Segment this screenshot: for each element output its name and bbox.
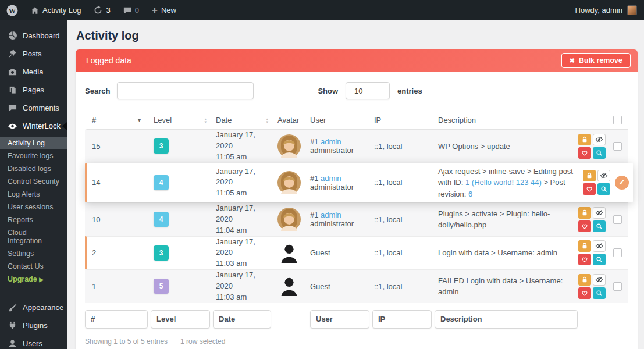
comments-link[interactable]: 0	[117, 0, 145, 20]
lock-button[interactable]	[578, 207, 591, 219]
time-line: 11:05 am	[216, 188, 273, 199]
favourite-button[interactable]	[583, 183, 596, 195]
description-link[interactable]: 6	[468, 190, 472, 198]
sidebar-item-favourite-logs[interactable]: Favourite logs	[0, 149, 67, 162]
table-row[interactable]: 15January 17, 202011:03 amGuest::1, loca…	[85, 269, 628, 303]
row-level: 3	[149, 245, 211, 261]
user-link[interactable]: admin	[321, 137, 341, 146]
filter-level-input[interactable]	[151, 310, 210, 329]
column-header-user[interactable]: User	[305, 116, 369, 124]
user-link[interactable]: admin	[321, 174, 341, 183]
updates-icon	[94, 6, 102, 15]
sidebar-item-dashboard[interactable]: Dashboard	[0, 26, 67, 45]
description-link[interactable]: (Hello world! 123 44)	[472, 178, 542, 187]
sidebar-item-winterlock[interactable]: WinterLock	[0, 117, 67, 135]
filter-user-input[interactable]	[310, 310, 369, 329]
eye-disabled-icon	[595, 242, 603, 250]
column-header-level[interactable]: Level ▴▾	[149, 116, 211, 124]
sidebar-item-settings[interactable]: Settings	[0, 247, 67, 260]
filter-ip-input[interactable]	[372, 310, 432, 329]
favourite-button[interactable]	[578, 220, 591, 232]
row-checkbox[interactable]	[613, 215, 622, 224]
sidebar-item-upgrade[interactable]: Upgrade ▶	[0, 273, 67, 286]
disable-log-button[interactable]	[593, 274, 606, 286]
disable-log-button[interactable]	[593, 207, 606, 219]
lock-button[interactable]	[583, 170, 596, 181]
column-header-description[interactable]: Description	[433, 116, 576, 124]
row-level: 4	[149, 175, 211, 190]
sidebar-item-users[interactable]: Users	[0, 334, 67, 349]
view-details-button[interactable]	[597, 183, 610, 195]
column-header-date[interactable]: Date ▴▾	[211, 116, 273, 124]
table-row[interactable]: 144January 17, 202011:05 am#1 adminadmin…	[85, 163, 633, 203]
guest-avatar-icon	[278, 275, 300, 297]
wordpress-logo-icon: W	[6, 5, 18, 16]
sidebar-item-contact-us[interactable]: Contact Us	[0, 260, 67, 273]
table-row[interactable]: 153January 17, 202011:05 am#1 adminadmin…	[85, 130, 628, 163]
howdy-admin-link[interactable]: Howdy, admin	[575, 6, 622, 15]
site-name-link[interactable]: Activity Log	[24, 0, 87, 20]
search-icon	[600, 186, 607, 193]
search-input[interactable]	[117, 82, 254, 99]
lock-button[interactable]	[578, 274, 591, 286]
pin-icon	[8, 49, 17, 58]
sidebar-item-pages[interactable]: Pages	[0, 81, 67, 99]
view-details-button[interactable]	[593, 220, 606, 232]
sidebar-item-reports[interactable]: Reports	[0, 213, 67, 226]
row-user: Guest	[305, 282, 369, 291]
updates-link[interactable]: 3	[87, 0, 116, 20]
favourite-button[interactable]	[578, 254, 591, 265]
lock-button[interactable]	[578, 134, 591, 145]
sidebar-item-control-security[interactable]: Control Security	[0, 175, 67, 188]
brush-icon	[8, 303, 17, 312]
sidebar-item-posts[interactable]: Posts	[0, 45, 67, 63]
lock-button[interactable]	[578, 240, 591, 252]
wordpress-logo[interactable]: W	[0, 0, 24, 20]
filter-date-input[interactable]	[213, 310, 271, 329]
show-entries-input[interactable]	[346, 82, 390, 99]
heart-icon	[586, 186, 593, 193]
sidebar-item-disabled-logs[interactable]: Disabled logs	[0, 162, 67, 175]
sidebar-item-media[interactable]: Media	[0, 63, 67, 81]
row-checkbox[interactable]	[613, 282, 622, 291]
column-header-num[interactable]: # ▾	[87, 116, 149, 124]
row-checkbox[interactable]	[613, 248, 622, 257]
sidebar-item-log-alerts[interactable]: Log Alerts	[0, 188, 67, 201]
user-id: #1	[310, 211, 321, 219]
page-title: Activity log	[76, 29, 644, 42]
sidebar-item-cloud-integration[interactable]: Cloud Integration	[0, 226, 67, 247]
row-checkbox[interactable]	[613, 142, 622, 151]
filter-num-input[interactable]	[85, 310, 148, 329]
user-link[interactable]: admin	[321, 211, 341, 219]
sidebar-item-activity-log[interactable]: Activity Log	[0, 137, 67, 149]
new-content-button[interactable]: + New	[145, 0, 183, 20]
user-line: #1 admin	[310, 174, 369, 183]
column-header-ip[interactable]: IP	[369, 116, 433, 124]
row-level: 5	[149, 279, 211, 294]
disable-log-button[interactable]	[593, 134, 606, 145]
view-details-button[interactable]	[593, 254, 606, 265]
user-role: administrator	[310, 183, 369, 191]
sidebar-item-appearance[interactable]: Appearance	[0, 298, 67, 316]
bulk-remove-button[interactable]: ✖ Bulk remove	[561, 53, 631, 68]
table-row[interactable]: 104January 17, 202011:04 am#1 adminadmin…	[85, 202, 628, 236]
favourite-button[interactable]	[578, 287, 591, 299]
sidebar-item-comments[interactable]: Comments	[0, 99, 67, 117]
favourite-button[interactable]	[578, 147, 591, 159]
main-content: Activity log Logged data ✖ Bulk remove S…	[67, 20, 644, 349]
row-avatar	[273, 134, 305, 158]
view-details-button[interactable]	[593, 287, 606, 299]
admin-avatar[interactable]	[627, 5, 637, 15]
view-details-button[interactable]	[593, 147, 606, 159]
admin-bar: W Activity Log 3 0 + New Howdy, admin	[0, 0, 644, 20]
sidebar-item-plugins[interactable]: Plugins	[0, 316, 67, 334]
sidebar-item-user-sessions[interactable]: User sessions	[0, 201, 67, 213]
table-row[interactable]: 23January 17, 202011:03 amGuest::1, loca…	[85, 236, 628, 270]
guest-avatar-icon	[278, 242, 300, 264]
disable-log-button[interactable]	[597, 170, 610, 181]
filter-description-input[interactable]	[435, 310, 578, 329]
time-line: 11:05 am	[216, 152, 273, 163]
select-all-checkbox[interactable]	[613, 116, 622, 124]
disable-log-button[interactable]	[593, 240, 606, 252]
row-selected-indicator[interactable]: ✓	[615, 176, 629, 190]
